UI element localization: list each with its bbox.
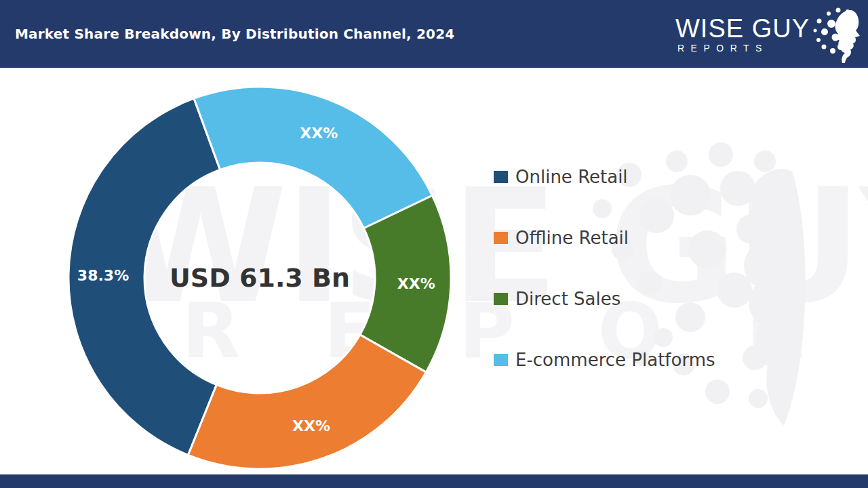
chart-center-value: USD 61.3 Bn (170, 263, 350, 293)
slice-label-online-retail: 38.3% (77, 267, 129, 284)
donut-chart: 38.3%XX%XX%XX% USD 61.3 Bn (0, 68, 868, 488)
slice-label-direct-sales: XX% (397, 275, 435, 292)
legend-label-offline-retail: Offline Retail (515, 226, 629, 249)
slice-label-e-commerce-platforms: XX% (300, 125, 338, 142)
slice-label-offline-retail: XX% (292, 418, 330, 434)
logo-reports-text: REPORTS (677, 43, 810, 54)
legend-swatch-e-commerce-platforms (494, 354, 508, 366)
legend-item-online-retail: Online Retail (494, 165, 715, 188)
page-title: Market Share Breakdown, By Distribution … (15, 0, 454, 68)
legend-label-e-commerce-platforms: E-commerce Platforms (515, 348, 715, 371)
wiseguy-face-icon (811, 5, 860, 63)
donut-slice-e-commerce-platforms (194, 87, 432, 228)
wise-guy-logo: WISE GUY REPORTS (675, 15, 810, 54)
legend-swatch-online-retail (494, 171, 508, 183)
legend-label-online-retail: Online Retail (515, 165, 628, 188)
report-page: Market Share Breakdown, By Distribution … (0, 0, 868, 488)
header-bar: Market Share Breakdown, By Distribution … (0, 0, 868, 68)
legend-label-direct-sales: Direct Sales (515, 287, 620, 310)
chart-legend: Online RetailOffline RetailDirect SalesE… (494, 165, 715, 409)
legend-swatch-offline-retail (494, 232, 508, 244)
legend-swatch-direct-sales (494, 293, 508, 305)
logo-wiseguy-text: WISE GUY (675, 15, 810, 42)
footer-bar (0, 474, 868, 488)
legend-item-offline-retail: Offline Retail (494, 226, 715, 249)
donut-slice-offline-retail (188, 335, 426, 469)
legend-item-direct-sales: Direct Sales (494, 287, 715, 310)
legend-item-e-commerce-platforms: E-commerce Platforms (494, 348, 715, 371)
